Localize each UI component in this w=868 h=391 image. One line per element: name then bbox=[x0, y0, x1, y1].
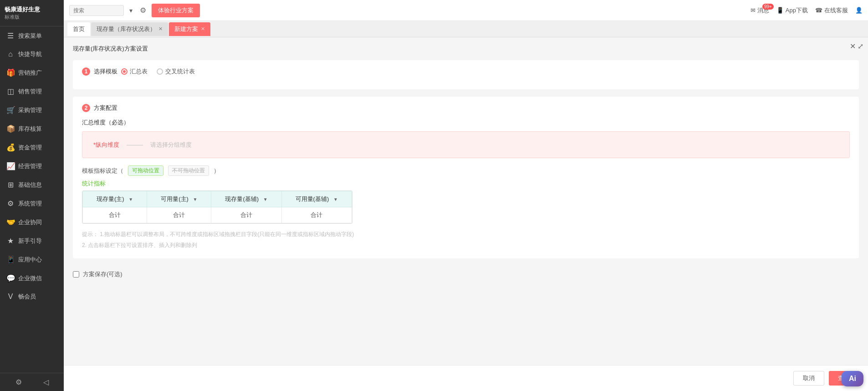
sidebar-item-label: 企业微信 bbox=[18, 274, 42, 283]
panel-close-button[interactable]: ✕ bbox=[850, 42, 856, 51]
sidebar-item-basic-info[interactable]: ⊞ 基础信息 bbox=[0, 175, 64, 194]
message-icon: ✉ bbox=[751, 7, 756, 14]
tabbar: 首页 现存量（库存状况表） ✕ 新建方案 ✕ bbox=[64, 21, 868, 37]
sidebar-item-label: 搜索菜单 bbox=[18, 32, 42, 40]
tab-inventory-label: 现存量（库存状况表） bbox=[97, 25, 156, 33]
app-center-icon: 📱 bbox=[6, 255, 15, 264]
tip-2: 2. 点击标题栏下拉可设置排序、插入列和删除列 bbox=[82, 241, 850, 251]
app-download-icon: 📱 bbox=[776, 7, 784, 14]
dim-label-text: 汇总维度（必选） bbox=[82, 119, 129, 126]
sidebar-item-enterprise-wx[interactable]: 💬 企业微信 bbox=[0, 269, 64, 288]
indicator-suffix-label: ） bbox=[214, 167, 220, 175]
tab-new-plan[interactable]: 新建方案 ✕ bbox=[169, 22, 210, 36]
settings-footer-icon[interactable]: ⚙ bbox=[15, 378, 22, 386]
service-icon: ☎ bbox=[815, 7, 822, 14]
basic-info-icon: ⊞ bbox=[6, 180, 15, 189]
tab-inventory-status[interactable]: 现存量（库存状况表） ✕ bbox=[91, 22, 168, 36]
enterprise-icon: 🤝 bbox=[6, 218, 15, 226]
tip-1: 提示： 1.拖动标题栏可以调整布局，不可跨维度或指标区域拖拽栏目字段(只能在同一… bbox=[82, 230, 850, 240]
cell-main-stock-sub: 合计 bbox=[83, 207, 147, 223]
radio-cross[interactable]: 交叉统计表 bbox=[157, 67, 195, 76]
sidebar-item-label: 系统管理 bbox=[18, 200, 42, 208]
indicator-label-row: 模板指标设定（ 可拖动位置 不可拖动位置 ） bbox=[82, 165, 850, 176]
sidebar-item-system[interactable]: ⚙ 系统管理 bbox=[0, 194, 64, 213]
purchase-icon: 🛒 bbox=[6, 106, 15, 114]
tab-inventory-close-icon[interactable]: ✕ bbox=[158, 26, 163, 32]
message-badge: 99+ bbox=[762, 4, 774, 10]
app-download-button[interactable]: 📱 App下载 bbox=[776, 6, 808, 15]
sidebar-item-label: 应用中心 bbox=[18, 256, 42, 264]
dim-dash: —— bbox=[127, 140, 143, 149]
radio-summary[interactable]: 汇总表 bbox=[121, 67, 148, 76]
col-available-main[interactable]: 可用量(主) ▼ bbox=[147, 191, 211, 207]
dim-label: 汇总维度（必选） bbox=[82, 118, 850, 127]
dropdown-button[interactable]: ▾ bbox=[128, 6, 134, 15]
sidebar-item-label: 畅会员 bbox=[18, 293, 36, 301]
section1-number: 1 bbox=[82, 67, 90, 76]
section-template: 1 选择模板 汇总表 交叉统计表 bbox=[73, 60, 859, 89]
col-available-aux-label: 可用量(基辅) bbox=[296, 196, 329, 202]
sidebar-item-finance[interactable]: 💰 资金管理 bbox=[0, 138, 64, 157]
no-drag-badge: 不可拖动位置 bbox=[168, 165, 209, 176]
col-available-main-label: 可用量(主) bbox=[161, 196, 189, 202]
dim-row: *纵向维度 —— 请选择分组维度 bbox=[82, 131, 850, 158]
enterprise-wx-icon: 💬 bbox=[6, 274, 15, 283]
sidebar-footer: ⚙ ◁ bbox=[0, 373, 64, 391]
message-button[interactable]: ✉ 消息 99+ bbox=[751, 6, 769, 15]
service-label: 在线客服 bbox=[824, 6, 848, 15]
table-data-row: 合计 合计 合计 合计 bbox=[83, 207, 352, 223]
stat-table: 现存量(主) ▼ 可用量(主) ▼ 现存量(基辅) ▼ bbox=[82, 191, 352, 223]
col-available-main-chevron: ▼ bbox=[193, 197, 198, 202]
sidebar-item-marketing[interactable]: 🎁 营销推广 bbox=[0, 63, 64, 82]
content-area: ✕ ⤢ 现存量(库存状况表)方案设置 1 选择模板 汇总表 交叉统计表 bbox=[64, 37, 868, 365]
ai-bubble[interactable]: Ai bbox=[842, 371, 863, 386]
user-menu[interactable]: 👤 bbox=[855, 7, 863, 14]
radio-summary-label: 汇总表 bbox=[130, 67, 148, 76]
col-aux-stock[interactable]: 现存量(基辅) ▼ bbox=[211, 191, 281, 207]
trial-industry-button[interactable]: 体验行业方案 bbox=[152, 4, 200, 17]
page-title: 现存量(库存状况表)方案设置 bbox=[73, 45, 859, 53]
sidebar-item-search-menu[interactable]: ☰ 搜索菜单 bbox=[0, 26, 64, 45]
save-checkbox[interactable] bbox=[73, 271, 79, 278]
sidebar-item-label: 销售管理 bbox=[18, 87, 42, 96]
sidebar-item-app-center[interactable]: 📱 应用中心 bbox=[0, 250, 64, 269]
sidebar-item-new-guide[interactable]: ★ 新手引导 bbox=[0, 232, 64, 250]
sidebar-item-member[interactable]: V 畅会员 bbox=[0, 288, 64, 306]
system-icon: ⚙ bbox=[6, 199, 15, 208]
app-edition: 标准版 bbox=[5, 14, 59, 21]
stat-table-wrapper: 现存量(主) ▼ 可用量(主) ▼ 现存量(基辅) ▼ bbox=[82, 190, 352, 224]
sidebar-item-enterprise[interactable]: 🤝 企业协同 bbox=[0, 213, 64, 232]
panel-expand-button[interactable]: ⤢ bbox=[858, 42, 863, 51]
sound-footer-icon[interactable]: ◁ bbox=[43, 378, 49, 386]
sidebar-item-label: 企业协同 bbox=[18, 218, 42, 226]
col-main-stock-label: 现存量(主) bbox=[97, 196, 124, 202]
tab-new-plan-close-icon[interactable]: ✕ bbox=[201, 26, 205, 32]
sidebar-item-label: 营销推广 bbox=[18, 69, 42, 77]
sidebar-item-purchase[interactable]: 🛒 采购管理 bbox=[0, 101, 64, 119]
stat-label: 统计指标 bbox=[82, 180, 850, 188]
tab-new-plan-label: 新建方案 bbox=[174, 25, 198, 33]
col-main-stock-chevron: ▼ bbox=[128, 197, 133, 202]
section2-number: 2 bbox=[82, 104, 90, 112]
col-available-aux-chevron: ▼ bbox=[333, 197, 338, 202]
section1-header: 1 选择模板 汇总表 交叉统计表 bbox=[82, 67, 850, 76]
cancel-button[interactable]: 取消 bbox=[793, 371, 824, 386]
sidebar-item-quick-nav[interactable]: ⌂ 快捷导航 bbox=[0, 45, 64, 63]
online-service-button[interactable]: ☎ 在线客服 bbox=[815, 6, 848, 15]
col-available-aux[interactable]: 可用量(基辅) ▼ bbox=[281, 191, 352, 207]
col-main-stock[interactable]: 现存量(主) ▼ bbox=[83, 191, 147, 207]
sidebar-item-inventory[interactable]: 📦 库存核算 bbox=[0, 119, 64, 138]
sidebar-item-sales[interactable]: ◫ 销售管理 bbox=[0, 82, 64, 101]
sidebar-item-label: 采购管理 bbox=[18, 106, 42, 114]
action-bar: 取消 查询 bbox=[64, 365, 868, 391]
sidebar-item-label: 基础信息 bbox=[18, 181, 42, 189]
sales-icon: ◫ bbox=[6, 87, 15, 96]
quick-nav-icon: ⌂ bbox=[6, 50, 15, 58]
tips-section: 提示： 1.拖动标题栏可以调整布局，不可跨维度或指标区域拖拽栏目字段(只能在同一… bbox=[82, 230, 850, 250]
tab-home[interactable]: 首页 bbox=[67, 22, 90, 36]
search-input[interactable] bbox=[69, 5, 124, 16]
cell-aux-stock-sub: 合计 bbox=[211, 207, 281, 223]
sidebar-item-operation[interactable]: 📈 经营管理 bbox=[0, 157, 64, 175]
settings-gear-icon[interactable]: ⚙ bbox=[138, 5, 148, 15]
new-guide-icon: ★ bbox=[6, 237, 15, 245]
